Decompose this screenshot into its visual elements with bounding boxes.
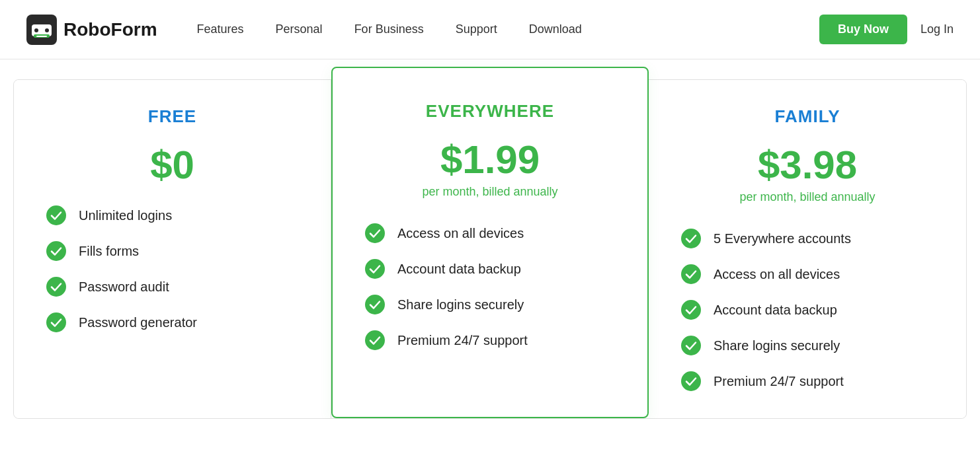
- svg-point-13: [681, 229, 701, 248]
- svg-point-16: [681, 336, 701, 355]
- check-icon: [680, 299, 702, 320]
- plan-free: FREE $0 Unlimited logins: [14, 80, 331, 418]
- check-icon: [680, 264, 702, 285]
- feature-label: Premium 24/7 support: [714, 374, 844, 389]
- check-icon: [364, 223, 386, 244]
- feature-label: Password generator: [79, 315, 197, 330]
- list-item: Premium 24/7 support: [364, 330, 616, 351]
- pricing-section: FREE $0 Unlimited logins: [0, 59, 980, 419]
- check-icon: [46, 312, 67, 333]
- check-icon: [364, 294, 386, 315]
- svg-rect-4: [36, 36, 47, 37]
- list-item: Access on all devices: [364, 223, 616, 244]
- svg-point-12: [365, 330, 385, 350]
- svg-point-9: [365, 223, 385, 243]
- list-item: Account data backup: [364, 258, 616, 279]
- plan-everywhere-name: EVERYWHERE: [364, 101, 616, 122]
- feature-label: Access on all devices: [397, 226, 524, 241]
- plan-free-name: FREE: [46, 106, 299, 127]
- svg-point-2: [45, 28, 49, 32]
- plan-everywhere-features: Access on all devices Account data backu…: [364, 223, 616, 351]
- login-link[interactable]: Log In: [920, 22, 954, 36]
- navbar: RoboForm Features Personal For Business …: [0, 0, 980, 59]
- feature-label: Fills forms: [79, 244, 139, 259]
- check-icon: [364, 258, 386, 279]
- logo-text: RoboForm: [63, 19, 157, 40]
- feature-label: Share logins securely: [714, 338, 840, 353]
- nav-support[interactable]: Support: [456, 22, 497, 36]
- svg-point-14: [681, 264, 701, 284]
- feature-label: Unlimited logins: [79, 208, 172, 223]
- list-item: 5 Everywhere accounts: [680, 228, 934, 249]
- list-item: Access on all devices: [680, 264, 934, 285]
- pricing-grid: FREE $0 Unlimited logins: [13, 79, 967, 419]
- svg-point-15: [681, 300, 701, 320]
- svg-point-10: [365, 259, 385, 279]
- plan-everywhere-billing: per month, billed annually: [364, 185, 616, 199]
- logo-icon: [26, 15, 57, 45]
- plan-free-price: $0: [46, 145, 299, 185]
- svg-point-11: [365, 295, 385, 314]
- plan-family: FAMILY $3.98 per month, billed annually …: [649, 80, 966, 418]
- plan-free-features: Unlimited logins Fills forms: [46, 205, 299, 333]
- check-icon: [680, 228, 702, 249]
- svg-point-5: [46, 205, 66, 225]
- feature-label: Password audit: [79, 279, 169, 295]
- check-icon: [364, 330, 386, 351]
- feature-label: Share logins securely: [397, 297, 524, 312]
- list-item: Share logins securely: [364, 294, 616, 315]
- nav-actions: Buy Now Log In: [819, 15, 954, 44]
- check-icon: [46, 276, 67, 297]
- feature-label: Account data backup: [714, 303, 837, 318]
- svg-point-17: [681, 371, 701, 391]
- feature-label: Access on all devices: [714, 267, 840, 282]
- list-item: Share logins securely: [680, 335, 934, 356]
- list-item: Account data backup: [680, 299, 934, 320]
- nav-for-business[interactable]: For Business: [354, 22, 424, 36]
- list-item: Unlimited logins: [46, 205, 299, 226]
- list-item: Fills forms: [46, 240, 299, 262]
- svg-point-6: [46, 241, 66, 261]
- plan-family-name: FAMILY: [680, 106, 934, 127]
- plan-family-features: 5 Everywhere accounts Access on all devi…: [680, 228, 934, 392]
- feature-label: 5 Everywhere accounts: [714, 231, 851, 246]
- buy-now-button[interactable]: Buy Now: [819, 15, 907, 44]
- nav-download[interactable]: Download: [529, 22, 582, 36]
- plan-family-billing: per month, billed annually: [680, 190, 934, 204]
- plan-everywhere: EVERYWHERE $1.99 per month, billed annua…: [331, 67, 649, 418]
- list-item: Premium 24/7 support: [680, 371, 934, 392]
- list-item: Password audit: [46, 276, 299, 297]
- nav-features[interactable]: Features: [197, 22, 244, 36]
- logo[interactable]: RoboForm: [26, 15, 157, 45]
- nav-personal[interactable]: Personal: [276, 22, 323, 36]
- feature-label: Account data backup: [397, 262, 521, 277]
- feature-label: Premium 24/7 support: [397, 333, 528, 348]
- svg-point-7: [46, 277, 66, 297]
- nav-links: Features Personal For Business Support D…: [197, 22, 819, 36]
- plan-everywhere-price: $1.99: [364, 140, 616, 180]
- check-icon: [46, 240, 67, 262]
- check-icon: [680, 335, 702, 356]
- plan-family-price: $3.98: [680, 145, 934, 185]
- check-icon: [46, 205, 67, 226]
- list-item: Password generator: [46, 312, 299, 333]
- svg-point-1: [34, 28, 38, 32]
- svg-point-8: [46, 312, 66, 332]
- check-icon: [680, 371, 702, 392]
